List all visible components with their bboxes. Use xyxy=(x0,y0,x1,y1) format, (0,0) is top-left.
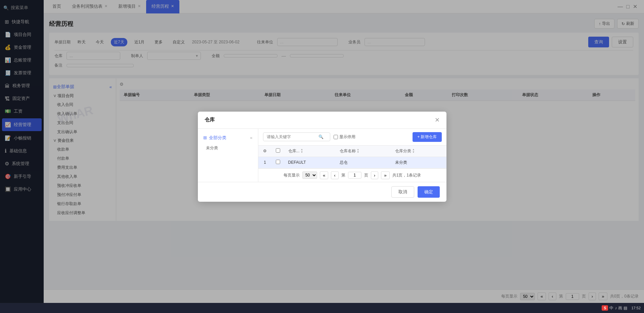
modal-search-input[interactable] xyxy=(267,134,317,139)
modal-first-page[interactable]: « xyxy=(320,171,328,179)
modal-left-panel: ⊞ 全部分类 « 未分类 xyxy=(198,129,258,182)
show-disabled-wrapper: 显示停用 xyxy=(334,134,355,140)
show-disabled-checkbox[interactable] xyxy=(334,135,338,139)
expand-icon[interactable]: « xyxy=(250,135,252,140)
status-time: 17:52 xyxy=(631,306,641,310)
modal-header: 仓库 ✕ xyxy=(198,112,446,129)
status-bar-icons: S 中 ♪ 画 ▤ 17:52 xyxy=(602,305,641,311)
modal-right: 🔍 显示停用 + 新增仓库 ⚙ xyxy=(258,129,446,182)
modal-per-page-label: 每页显示 xyxy=(284,172,300,178)
th-settings[interactable]: ⚙ xyxy=(258,146,272,157)
modal-next-page[interactable]: › xyxy=(371,171,378,179)
status-icon-3[interactable]: 画 xyxy=(618,305,622,311)
row-category: 未分类 xyxy=(391,157,446,168)
th-checkbox[interactable] xyxy=(272,146,284,157)
modal-table: ⚙ 仓库... ▲▼ xyxy=(258,146,446,168)
row-checkbox-cell[interactable] xyxy=(272,157,284,168)
uncategorized-item[interactable]: 未分类 xyxy=(198,144,258,153)
all-category-label: 全部分类 xyxy=(209,135,226,141)
modal-actions: 取消 确定 xyxy=(198,182,446,202)
modal-all-category[interactable]: ⊞ 全部分类 « xyxy=(198,132,258,144)
modal-overlay[interactable]: 仓库 ✕ ⊞ 全部分类 « 未分类 🔍 xyxy=(0,0,644,313)
modal-page-jump-label: 第 xyxy=(341,172,345,178)
warehouse-modal: 仓库 ✕ ⊞ 全部分类 « 未分类 🔍 xyxy=(198,112,446,202)
status-logo[interactable]: S xyxy=(602,305,608,311)
confirm-button[interactable]: 确定 xyxy=(418,186,440,198)
modal-prev-page[interactable]: ‹ xyxy=(331,171,338,179)
modal-title: 仓库 xyxy=(205,117,215,123)
th-warehouse-code[interactable]: 仓库... ▲▼ xyxy=(284,146,336,157)
modal-pagination: 每页显示 50 « ‹ 第 页 › » 共1页，1条记录 xyxy=(258,168,446,182)
status-icon-1[interactable]: 中 xyxy=(609,305,613,311)
modal-search-icon[interactable]: 🔍 xyxy=(318,134,324,139)
modal-last-page[interactable]: » xyxy=(381,171,389,179)
modal-per-page-select[interactable]: 50 xyxy=(302,171,317,179)
table-row[interactable]: 1 DEFAULT 总仓 未分类 xyxy=(258,157,446,168)
show-disabled-label: 显示停用 xyxy=(339,134,355,140)
th-warehouse-category[interactable]: 仓库分类 ▲▼ xyxy=(391,146,446,157)
row-index: 1 xyxy=(258,157,272,168)
sort-category-icon: ▲▼ xyxy=(412,148,415,154)
cancel-button[interactable]: 取消 xyxy=(391,186,414,198)
sort-name-icon: ▲▼ xyxy=(357,148,359,154)
th-select-all[interactable] xyxy=(276,148,280,153)
add-warehouse-button[interactable]: + 新增仓库 xyxy=(413,132,441,142)
sort-code-icon: ▲▼ xyxy=(301,148,303,154)
status-bar: S 中 ♪ 画 ▤ 17:52 xyxy=(0,303,644,313)
modal-total: 共1页，1条记录 xyxy=(392,172,421,178)
modal-toolbar: 🔍 显示停用 + 新增仓库 xyxy=(258,129,446,146)
th-warehouse-name[interactable]: 仓库名称 ▲▼ xyxy=(336,146,391,157)
modal-page-label: 页 xyxy=(364,172,368,178)
modal-search-wrapper: 🔍 xyxy=(263,132,330,141)
status-icon-2[interactable]: ♪ xyxy=(615,306,617,310)
category-icon: ⊞ xyxy=(203,135,207,140)
modal-body: ⊞ 全部分类 « 未分类 🔍 显示停用 xyxy=(198,129,446,182)
row-code: DEFAULT xyxy=(284,157,336,168)
modal-page-input[interactable] xyxy=(348,172,361,179)
modal-close-button[interactable]: ✕ xyxy=(435,116,440,124)
row-checkbox[interactable] xyxy=(276,160,280,164)
status-icon-4[interactable]: ▤ xyxy=(624,306,627,310)
row-name: 总仓 xyxy=(336,157,391,168)
